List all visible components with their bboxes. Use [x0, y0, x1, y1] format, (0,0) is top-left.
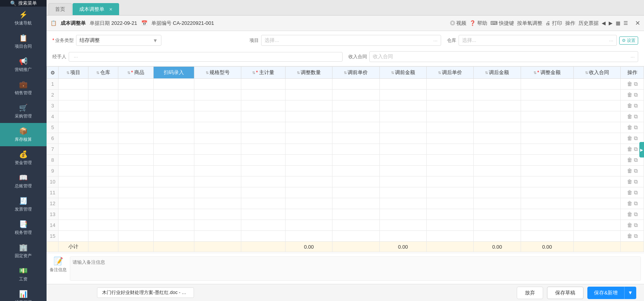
row-7-goods[interactable]: [118, 144, 154, 155]
row-8-spec[interactable]: [194, 155, 241, 166]
row-7-copy-icon[interactable]: ⧉: [634, 146, 638, 152]
row-10-project[interactable]: [59, 176, 88, 187]
close-window-icon[interactable]: ✕: [635, 19, 640, 27]
row-1-unit[interactable]: [241, 79, 286, 90]
row-7-income-contract[interactable]: [573, 144, 620, 155]
row-8-delete-icon[interactable]: 🗑: [627, 157, 632, 163]
row-10-adj-amount[interactable]: [521, 176, 573, 187]
row-8-scan[interactable]: [154, 155, 194, 166]
sidebar-item-tax-mgmt[interactable]: 📑 税务管理: [0, 216, 47, 239]
sidebar-item-payroll[interactable]: 💵 工资: [0, 263, 47, 286]
row-13-pre-amount[interactable]: [379, 209, 426, 220]
row-12-pre-price[interactable]: [332, 198, 379, 209]
row-3-income-contract[interactable]: [573, 100, 620, 111]
row-4-delete-icon[interactable]: 🗑: [627, 113, 632, 120]
row-3-adj-qty[interactable]: [285, 100, 332, 111]
col-warehouse-sort[interactable]: ⇅: [96, 71, 99, 75]
row-3-adj-amount[interactable]: [521, 100, 573, 111]
row-11-scan[interactable]: [154, 187, 194, 198]
row-7-project[interactable]: [59, 144, 88, 155]
biz-type-select[interactable]: 结存调整 ▼: [76, 35, 161, 46]
row-9-delete-icon[interactable]: 🗑: [627, 168, 632, 174]
row-13-post-amount[interactable]: [474, 209, 521, 220]
row-12-spec[interactable]: [194, 198, 241, 209]
row-4-post-amount[interactable]: [474, 111, 521, 122]
col-income-contract-sort[interactable]: ⇅: [585, 71, 588, 75]
row-15-copy-icon[interactable]: ⧉: [634, 233, 638, 239]
row-5-adj-amount[interactable]: [521, 122, 573, 133]
row-5-pre-amount[interactable]: [379, 122, 426, 133]
row-11-warehouse[interactable]: [88, 187, 118, 198]
col-spec-sort[interactable]: ⇅: [206, 71, 209, 75]
row-15-post-amount[interactable]: [474, 231, 521, 242]
row-11-copy-icon[interactable]: ⧉: [634, 189, 638, 196]
row-4-unit[interactable]: [241, 111, 286, 122]
row-15-goods[interactable]: [118, 231, 154, 242]
row-5-warehouse[interactable]: [88, 122, 118, 133]
project-select[interactable]: 选择... ···: [261, 35, 441, 46]
row-2-goods[interactable]: [118, 90, 154, 100]
row-6-adj-qty[interactable]: [285, 133, 332, 144]
row-14-delete-icon[interactable]: 🗑: [627, 222, 632, 228]
table-row[interactable]: 11 🗑 ⧉: [47, 187, 644, 198]
row-2-copy-icon[interactable]: ⧉: [634, 92, 638, 98]
row-1-post-amount[interactable]: [474, 79, 521, 90]
row-5-pre-price[interactable]: [332, 122, 379, 133]
table-row[interactable]: 14 🗑 ⧉: [47, 220, 644, 231]
row-2-adj-qty[interactable]: [285, 90, 332, 100]
right-collapse-handle[interactable]: ▶: [639, 142, 644, 157]
row-5-spec[interactable]: [194, 122, 241, 133]
sidebar-item-project-contract[interactable]: 📋 项目合同: [0, 30, 47, 53]
row-7-adj-qty[interactable]: [285, 144, 332, 155]
row-2-pre-amount[interactable]: [379, 90, 426, 100]
settings-button[interactable]: ⚙ 设置: [619, 36, 638, 45]
col-post-amount-sort[interactable]: ⇅: [485, 71, 488, 75]
row-15-spec[interactable]: [194, 231, 241, 242]
tab-cost-adjust[interactable]: 成本调整单 ✕: [73, 3, 119, 15]
row-14-project[interactable]: [59, 220, 88, 231]
row-14-adj-amount[interactable]: [521, 220, 573, 231]
row-8-post-amount[interactable]: [474, 155, 521, 166]
row-12-post-price[interactable]: [426, 198, 473, 209]
row-12-copy-icon[interactable]: ⧉: [634, 200, 638, 207]
row-8-adj-amount[interactable]: [521, 155, 573, 166]
row-8-income-contract[interactable]: [573, 155, 620, 166]
row-6-scan[interactable]: [154, 133, 194, 144]
search-menu-button[interactable]: 🔍 搜索菜单: [0, 0, 47, 7]
row-8-project[interactable]: [59, 155, 88, 166]
row-7-pre-price[interactable]: [332, 144, 379, 155]
row-12-adj-qty[interactable]: [285, 198, 332, 209]
row-3-pre-price[interactable]: [332, 100, 379, 111]
sidebar-item-ops-mgmt[interactable]: 📊 经营管理: [0, 286, 47, 301]
row-15-pre-amount[interactable]: [379, 231, 426, 242]
table-row[interactable]: 2 🗑 ⧉: [47, 90, 644, 100]
action-batch-adjust[interactable]: 按单氧调整: [517, 20, 542, 27]
row-1-post-price[interactable]: [426, 79, 473, 90]
row-13-delete-icon[interactable]: 🗑: [627, 211, 632, 218]
row-10-post-amount[interactable]: [474, 176, 521, 187]
row-11-pre-amount[interactable]: [379, 187, 426, 198]
row-13-scan[interactable]: [154, 209, 194, 220]
row-4-spec[interactable]: [194, 111, 241, 122]
row-12-warehouse[interactable]: [88, 198, 118, 209]
row-15-scan[interactable]: [154, 231, 194, 242]
row-6-pre-amount[interactable]: [379, 133, 426, 144]
row-15-pre-price[interactable]: [332, 231, 379, 242]
save-new-arrow-button[interactable]: ▼: [624, 287, 636, 299]
action-print[interactable]: 🖨 打印: [545, 20, 562, 27]
row-10-goods[interactable]: [118, 176, 154, 187]
row-5-post-price[interactable]: [426, 122, 473, 133]
row-9-adj-amount[interactable]: [521, 166, 573, 176]
table-row[interactable]: 10 🗑 ⧉: [47, 176, 644, 187]
nav-next-icon[interactable]: ▶: [609, 20, 613, 26]
row-3-copy-icon[interactable]: ⧉: [634, 102, 638, 109]
row-11-unit[interactable]: [241, 187, 286, 198]
row-14-post-amount[interactable]: [474, 220, 521, 231]
row-7-spec[interactable]: [194, 144, 241, 155]
row-7-pre-amount[interactable]: [379, 144, 426, 155]
col-adj-qty-sort[interactable]: ⇅: [297, 71, 300, 75]
row-6-pre-price[interactable]: [332, 133, 379, 144]
row-9-scan[interactable]: [154, 166, 194, 176]
row-15-delete-icon[interactable]: 🗑: [627, 233, 632, 239]
row-9-spec[interactable]: [194, 166, 241, 176]
